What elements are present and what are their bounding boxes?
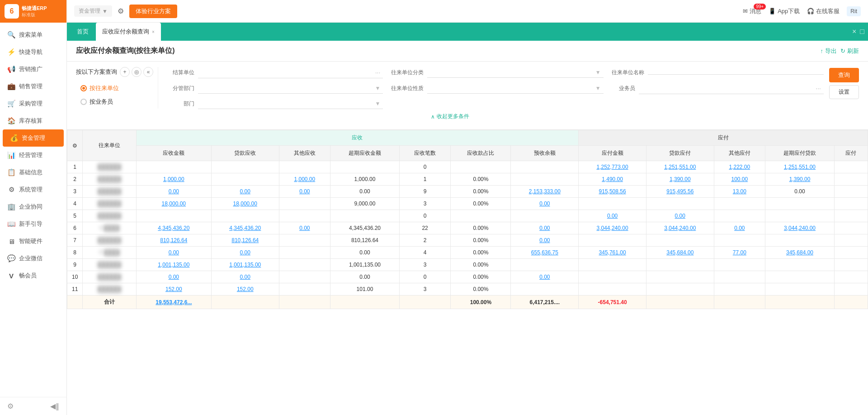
recv-loan-cell[interactable]: 0.00: [211, 247, 279, 259]
pay-loan-cell[interactable]: 0.00: [646, 210, 714, 222]
settlement-unit-input[interactable]: ···: [198, 67, 383, 78]
sidebar-item-hardware[interactable]: 🖥 智能硬件: [0, 233, 66, 250]
recv-loan-cell[interactable]: 152.00: [211, 283, 279, 296]
recv-advance-cell[interactable]: 0.00: [511, 222, 579, 234]
refresh-button[interactable]: ↻ 刷新: [840, 47, 859, 55]
add-filter-icon[interactable]: +: [120, 67, 130, 77]
recv-advance-cell[interactable]: 0.00: [511, 234, 579, 247]
pay-other-cell[interactable]: 0.00: [714, 222, 765, 234]
filter-settings-icon[interactable]: ◎: [132, 67, 142, 77]
recv-amt-cell[interactable]: 0.00: [136, 186, 211, 198]
dept-select[interactable]: ▼: [198, 99, 383, 109]
pay-other-cell[interactable]: 77.00: [714, 247, 765, 259]
filter-settings-button[interactable]: 设置: [829, 85, 859, 99]
tab-minimize-icon[interactable]: ×: [852, 28, 856, 36]
sidebar-item-finance[interactable]: 💰 资金管理: [3, 129, 64, 147]
table-row: 1 ██████ 0 1,252,773.00 1,251,551.00 1,2: [67, 161, 868, 173]
recv-other-cell[interactable]: 0.00: [279, 186, 330, 198]
sidebar-item-basic[interactable]: 📋 基础信息: [0, 164, 66, 181]
pay-amt-cell[interactable]: 345,761.00: [579, 247, 646, 259]
pay-overdue-cell[interactable]: 3,044,240.00: [765, 222, 835, 234]
pay-loan-cell[interactable]: 1,390.00: [646, 173, 714, 186]
pay-loan-cell[interactable]: 3,044,240.00: [646, 222, 714, 234]
recv-other-cell[interactable]: 1,000.00: [279, 173, 330, 186]
user-info[interactable]: Rit: [847, 6, 861, 16]
topbar-gear-icon[interactable]: ⚙: [118, 7, 124, 15]
filter-option-salesman[interactable]: 按业务员: [76, 95, 153, 109]
trade-category-select[interactable]: ▼: [427, 67, 603, 78]
tab-close-icon[interactable]: ×: [152, 29, 155, 34]
pay-other-cell: [714, 210, 765, 222]
tab-maximize-icon[interactable]: □: [860, 28, 864, 36]
recv-amt-cell[interactable]: 18,000.00: [136, 198, 211, 210]
online-service-button[interactable]: 🎧 在线客服: [807, 7, 840, 15]
recv-amt-cell[interactable]: 4,345,436.20: [136, 222, 211, 234]
pay-amt-cell[interactable]: 3,044,240.00: [579, 222, 646, 234]
pay-overdue-cell[interactable]: 345,684.00: [765, 247, 835, 259]
sidebar-item-label: 销售管理: [19, 82, 42, 91]
salesman-input[interactable]: ···: [639, 83, 824, 94]
recv-advance-cell[interactable]: 0.00: [511, 271, 579, 283]
filter-collapse-button[interactable]: ∧ 收起更多条件: [76, 109, 824, 124]
collapse-icon[interactable]: ◀‖: [50, 402, 59, 410]
pay-other-cell[interactable]: 1,222.00: [714, 161, 765, 173]
recv-loan-cell[interactable]: 1,001,135.00: [211, 259, 279, 271]
filter-option-unit[interactable]: 按往来单位: [76, 81, 153, 95]
sidebar-item-inventory[interactable]: 🏠 库存核算: [0, 112, 66, 129]
pay-amt-cell[interactable]: 0.00: [579, 210, 646, 222]
table-gear-header[interactable]: ⚙: [67, 130, 83, 161]
recv-advance-cell[interactable]: 655,636.75: [511, 247, 579, 259]
trade-nature-select[interactable]: ▼: [427, 83, 603, 94]
sidebar-item-guide[interactable]: 📖 新手引导: [0, 215, 66, 233]
pay-loan-cell[interactable]: 1,251,551.00: [646, 161, 714, 173]
app-download-button[interactable]: 📱 App下载: [769, 7, 800, 15]
export-button[interactable]: ↑ 导出: [821, 47, 837, 55]
promo-button[interactable]: 体验行业方案: [129, 5, 177, 18]
recv-loan-cell[interactable]: 810,126.64: [211, 234, 279, 247]
tab-receivable-query[interactable]: 应收应付余额查询 ×: [96, 23, 161, 41]
pay-other-cell[interactable]: 13.00: [714, 186, 765, 198]
pay-amt-cell[interactable]: 1,490.00: [579, 173, 646, 186]
sidebar-item-wechat[interactable]: 💬 企业微信: [0, 250, 66, 267]
recv-count-cell: 3: [399, 259, 450, 271]
recv-amt-cell[interactable]: 1,001,135.00: [136, 259, 211, 271]
sidebar-item-sales[interactable]: 💼 销售管理: [0, 78, 66, 95]
recv-amt-cell[interactable]: 810,126.64: [136, 234, 211, 247]
sidebar-item-purchase[interactable]: 🛒 采购管理: [0, 95, 66, 112]
pay-loan-cell[interactable]: 345,684.00: [646, 247, 714, 259]
recv-amt-cell[interactable]: 1,000.00: [136, 173, 211, 186]
filter-back-icon[interactable]: «: [143, 67, 153, 77]
pay-overdue-cell[interactable]: 1,390.00: [765, 173, 835, 186]
recv-loan-cell[interactable]: 0.00: [211, 271, 279, 283]
query-button[interactable]: 查询: [829, 68, 859, 82]
recv-amt-cell[interactable]: 0.00: [136, 247, 211, 259]
pay-other-cell[interactable]: 100.00: [714, 173, 765, 186]
recv-loan-cell: [211, 173, 279, 186]
sidebar-item-system[interactable]: ⚙ 系统管理: [0, 181, 66, 198]
tab-home[interactable]: 首页: [71, 23, 95, 41]
sidebar-item-corp[interactable]: 🏢 企业协同: [0, 198, 66, 215]
trade-name-input[interactable]: [648, 71, 824, 75]
recv-loan-cell[interactable]: 0.00: [211, 186, 279, 198]
recv-amt-cell[interactable]: 0.00: [136, 271, 211, 283]
sidebar-item-management[interactable]: 📊 经营管理: [0, 147, 66, 164]
message-button[interactable]: ✉ 消息 99+: [743, 7, 761, 15]
pay-loan-cell[interactable]: 915,495.56: [646, 186, 714, 198]
recv-advance-cell[interactable]: 0.00: [511, 198, 579, 210]
recv-amt-cell[interactable]: 152.00: [136, 283, 211, 296]
sidebar-item-quick[interactable]: ⚡ 快捷导航: [0, 43, 66, 61]
recv-loan-cell[interactable]: 18,000.00: [211, 198, 279, 210]
recv-advance-cell[interactable]: 2,153,333.00: [511, 186, 579, 198]
recv-loan-cell[interactable]: 4,345,436.20: [211, 222, 279, 234]
settings-footer-icon[interactable]: ⚙: [7, 402, 14, 410]
sidebar-item-marketing[interactable]: 📢 营销推广: [0, 61, 66, 78]
sidebar-item-vip[interactable]: V 畅会员: [0, 267, 66, 284]
pay-amt-cell[interactable]: 915,508.56: [579, 186, 646, 198]
sidebar-item-search[interactable]: 🔍 搜索菜单: [0, 26, 66, 43]
branch-dept-select[interactable]: ▼: [198, 83, 383, 94]
recv-other-cell[interactable]: 0.00: [279, 222, 330, 234]
pay-amt-cell[interactable]: 1,252,773.00: [579, 161, 646, 173]
pay-overdue-cell[interactable]: 1,251,551.00: [765, 161, 835, 173]
recv-other-cell: [279, 271, 330, 283]
recv-other-cell: [279, 161, 330, 173]
